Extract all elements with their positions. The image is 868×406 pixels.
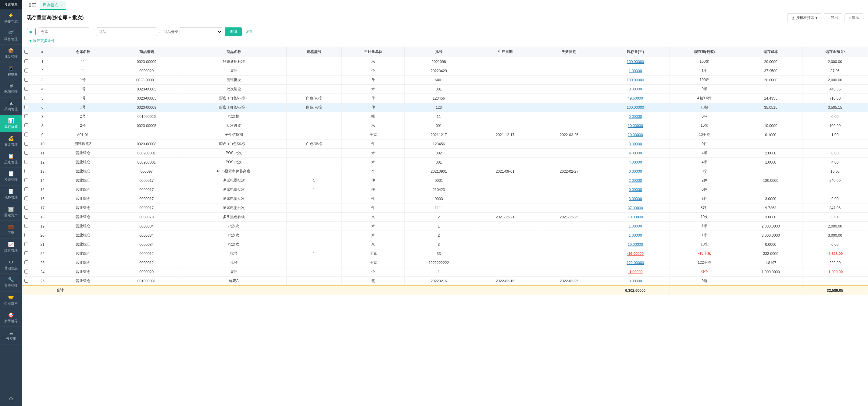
settings-link[interactable]: 设置	[245, 29, 253, 34]
row-checkbox[interactable]	[24, 279, 28, 283]
row-checkbox-cell	[22, 185, 31, 194]
qty-main-cell[interactable]: 100.00000	[601, 103, 670, 112]
table-cell: 14.4355	[739, 94, 802, 103]
row-checkbox[interactable]	[24, 261, 28, 264]
sidebar-item-biz[interactable]: 📈 经营管理	[0, 238, 22, 256]
table-cell: 米	[342, 222, 405, 231]
qty-main-cell[interactable]: 4.00000	[601, 149, 670, 158]
sidebar-item-newbie[interactable]: 🎯 新手引导	[0, 309, 22, 327]
sidebar-item-invoice[interactable]: 🧾 发票管理	[0, 168, 22, 185]
sidebar-label-fixed-asset: 固定资产	[4, 213, 18, 217]
row-checkbox[interactable]	[24, 178, 28, 182]
sidebar-logo[interactable]: 搜索菜单	[0, 0, 22, 9]
row-checkbox[interactable]	[24, 215, 28, 219]
search-button[interactable]: 查询	[225, 27, 242, 36]
qty-main-cell[interactable]: 122.00000	[601, 258, 670, 267]
row-checkbox[interactable]	[24, 197, 28, 200]
qty-main-cell[interactable]: 10.00000	[601, 212, 670, 222]
table-row: 13营业综仓000097POS显示率保养高度个202109012021-09-0…	[22, 167, 868, 176]
goods-input[interactable]	[96, 27, 157, 36]
sidebar-item-retail[interactable]: 🛒 零售管理	[0, 27, 22, 45]
row-checkbox[interactable]	[24, 133, 28, 136]
sidebar-item-fixed-asset[interactable]: 🏢 固定资产	[0, 203, 22, 221]
row-checkbox[interactable]	[24, 123, 28, 127]
table-cell: 吨	[342, 112, 405, 121]
sidebar-item-mini-ecom[interactable]: 📱 小程电商	[0, 62, 22, 80]
table-cell: 件	[342, 185, 405, 194]
sidebar-item-ecom[interactable]: 🖥 电商管理	[0, 80, 22, 98]
filter-expand-icon[interactable]: ▶	[27, 28, 36, 35]
sidebar-item-cloud[interactable]: ☁ 云应用	[0, 327, 22, 344]
sidebar-item-sys[interactable]: 🔧 系统管理	[0, 274, 22, 292]
select-all-checkbox[interactable]	[24, 49, 28, 54]
qty-main-cell[interactable]: 100.00000	[601, 57, 670, 66]
sidebar-item-labor[interactable]: 💼 工资	[0, 221, 22, 238]
qty-main-cell[interactable]: 0.00000	[601, 276, 670, 286]
row-checkbox-cell	[22, 203, 31, 212]
category-select[interactable]	[180, 27, 222, 36]
qty-main-cell[interactable]: 0.00000	[601, 167, 670, 176]
row-checkbox[interactable]	[24, 105, 28, 109]
qty-main-cell[interactable]: 0.00000	[601, 112, 670, 121]
row-checkbox[interactable]	[24, 233, 28, 237]
qty-main-cell[interactable]: 0.00000	[601, 185, 670, 194]
row-checkbox[interactable]	[24, 96, 28, 100]
row-checkbox[interactable]	[24, 224, 28, 228]
sidebar-item-quick-nav[interactable]: ⚡ 快捷导航	[0, 9, 22, 27]
qty-main-cell[interactable]: 10.00000	[601, 240, 670, 249]
table-cell: 白色/灰棕	[286, 139, 342, 149]
table-cell: 3.0000	[739, 212, 802, 222]
qty-main-cell[interactable]: 0.00000	[601, 139, 670, 149]
qty-main-cell[interactable]: 10.00000	[601, 121, 670, 130]
sidebar-label-invoice: 发票管理	[4, 177, 18, 182]
row-checkbox[interactable]	[24, 160, 28, 164]
row-checkbox[interactable]	[24, 142, 28, 145]
table-cell: 1.8197	[739, 258, 802, 267]
print-button[interactable]: 🖨 按模板打印 ▾	[787, 13, 822, 22]
row-checkbox[interactable]	[24, 87, 28, 91]
sidebar-item-asset[interactable]: 💰 资金管理	[0, 133, 22, 150]
warehouse-input[interactable]	[38, 27, 89, 36]
sidebar-item-wholesale[interactable]: 📦 批发管理	[0, 45, 22, 62]
expand-more-button[interactable]: ▼ 展开更多条件	[27, 38, 863, 44]
sidebar-settings[interactable]: ⚙	[0, 393, 22, 406]
qty-main-cell[interactable]: 87.00000	[601, 203, 670, 212]
sidebar-item-base[interactable]: ⚙ 基础信息	[0, 256, 22, 274]
display-button[interactable]: ≡ 显示	[844, 13, 863, 22]
qty-main-cell[interactable]: 10.00000	[601, 130, 670, 139]
tab-home[interactable]: 首页	[24, 1, 40, 10]
row-checkbox[interactable]	[24, 206, 28, 209]
qty-main-cell[interactable]: 1.00000	[601, 66, 670, 75]
row-checkbox[interactable]	[24, 187, 28, 191]
sidebar-item-collab[interactable]: 🤝 企业协同	[0, 292, 22, 309]
sidebar-item-inventory[interactable]: 📊 库存核算	[0, 115, 22, 133]
tab-close-button[interactable]: ×	[60, 3, 62, 7]
qty-main-cell[interactable]: 49.60000	[601, 94, 670, 103]
qty-main-cell[interactable]: -16.00000	[601, 249, 670, 258]
row-checkbox[interactable]	[24, 151, 28, 155]
qty-main-cell[interactable]: 4.00000	[601, 158, 670, 167]
qty-store-cell: 0件	[670, 139, 739, 149]
sidebar-item-purchase[interactable]: 🛍 采购管理	[0, 98, 22, 115]
row-checkbox[interactable]	[24, 59, 28, 63]
sidebar-item-general[interactable]: 📋 总账管理	[0, 150, 22, 168]
sidebar-item-tax[interactable]: 📑 税务管理	[0, 185, 22, 203]
qty-main-cell[interactable]: 1.00000	[601, 231, 670, 240]
row-checkbox[interactable]	[24, 78, 28, 81]
row-checkbox[interactable]	[24, 169, 28, 173]
row-checkbox[interactable]	[24, 69, 28, 72]
row-checkbox[interactable]	[24, 242, 28, 246]
row-checkbox[interactable]	[24, 270, 28, 273]
qty-main-cell[interactable]: 3.00000	[601, 194, 670, 203]
row-checkbox[interactable]	[24, 114, 28, 118]
qty-store-cell: 100米	[670, 57, 739, 66]
qty-main-cell[interactable]: -1.00000	[601, 267, 670, 276]
row-checkbox[interactable]	[24, 251, 28, 255]
table-cell	[537, 121, 601, 130]
qty-main-cell[interactable]: 0.00000	[601, 85, 670, 94]
qty-main-cell[interactable]: 100.00000	[601, 75, 670, 85]
qty-main-cell[interactable]: 2.00000	[601, 176, 670, 185]
tab-active[interactable]: 库存批次 ×	[40, 1, 66, 10]
export-button[interactable]: ↓ 导出	[824, 13, 842, 22]
qty-main-cell[interactable]: 1.00000	[601, 222, 670, 231]
